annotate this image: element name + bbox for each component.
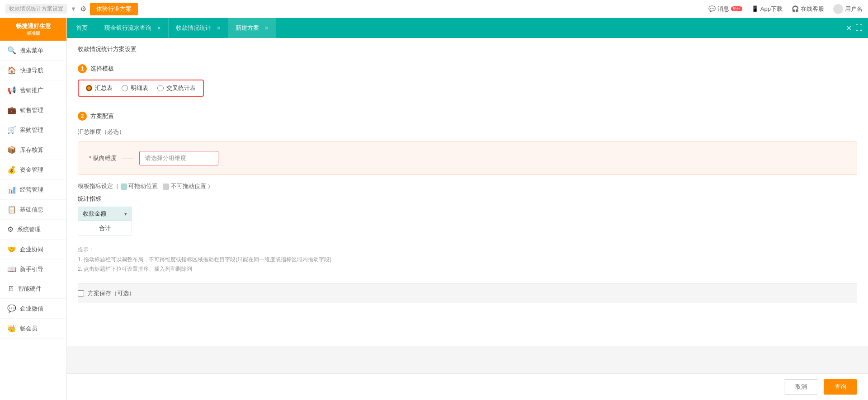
service-label: 在线客服: [801, 5, 824, 13]
message-badge: 99+: [731, 6, 742, 11]
sidebar-item-marketing[interactable]: 📢 营销推广: [0, 80, 66, 100]
tab-cashflow-label: 现金银行流水查询: [104, 24, 151, 32]
tab-newplan[interactable]: 新建方案 ✕: [228, 18, 276, 38]
app-edition: 标准版: [16, 30, 51, 37]
tab-close-icon[interactable]: ✕: [846, 24, 852, 33]
user-item[interactable]: 用户名: [833, 4, 863, 14]
inventory-icon: 📦: [7, 146, 16, 154]
dimension-title: 汇总维度（必选）: [78, 128, 857, 136]
tab-receipts-label: 收款情况统计: [176, 24, 211, 32]
sidebar-item-collab[interactable]: 🤝 企业协同: [0, 240, 66, 259]
sidebar-item-purchase[interactable]: 🛒 采购管理: [0, 120, 66, 140]
guide-icon: 📖: [7, 265, 16, 273]
gear-icon[interactable]: ⚙: [80, 5, 86, 13]
metrics-setting-label: 模板指标设定（ 可拖动位置 不可拖动位置 ）: [78, 182, 213, 190]
sidebar-item-finance[interactable]: 💰 资金管理: [0, 160, 66, 180]
config-section: 汇总维度（必选） * 纵向维度 —— 请选择分组维度: [78, 128, 857, 274]
sidebar-label-collab: 企业协同: [20, 245, 43, 254]
breadcrumb: 收款情况统计方案设置: [5, 4, 67, 14]
sidebar-item-hardware[interactable]: 🖥 智能硬件: [0, 279, 66, 299]
home-icon: 🏠: [7, 66, 16, 75]
dropdown-icon[interactable]: ▼: [71, 5, 76, 12]
top-header-left: 收款情况统计方案设置 ▼ ⚙ 体验行业方案: [5, 3, 138, 15]
radio-cross[interactable]: 交叉统计表: [157, 84, 196, 92]
tips-section: 提示： 1. 拖动标题栏可以调整布局，不可跨维度或指标区域拖动栏目字段(只能在同…: [78, 245, 857, 274]
query-button[interactable]: 查询: [824, 379, 857, 395]
content-area: 首页 现金银行流水查询 ✕ 收款情况统计 ✕ 新建方案 ✕ ✕ ⛶: [67, 18, 868, 400]
dimension-select[interactable]: 请选择分组维度: [139, 151, 218, 165]
metrics-area: 统计指标 收款金额 ▾ 合计: [78, 195, 857, 236]
radio-cross-label: 交叉统计表: [166, 84, 196, 92]
save-section: 方案保存（可选）: [78, 283, 857, 303]
tab-newplan-label: 新建方案: [236, 24, 259, 32]
tab-home[interactable]: 首页: [67, 18, 97, 38]
metrics-header: 模板指标设定（ 可拖动位置 不可拖动位置 ）: [78, 182, 857, 190]
user-avatar: [833, 4, 843, 14]
cancel-button[interactable]: 取消: [784, 379, 818, 395]
step1-number: 1: [78, 64, 87, 73]
tips-title: 提示：: [78, 246, 94, 253]
radio-detail[interactable]: 明细表: [122, 84, 148, 92]
sidebar-item-system[interactable]: ⚙ 系统管理: [0, 220, 66, 240]
main-layout: 畅捷通好生意 标准版 🔍 搜索菜单 🏠 快捷导航 📢 营销推广 💼 销售管理 🛒…: [0, 18, 868, 400]
save-label: 方案保存（可选）: [88, 289, 135, 297]
step2-section: 2 方案配置 汇总维度（必选） * 纵向维度 ——: [78, 112, 857, 274]
dimension-arrow: ——: [122, 155, 134, 162]
message-icon: 💬: [708, 5, 716, 12]
sidebar-label-marketing: 营销推广: [20, 86, 43, 94]
sidebar-label-operations: 经营管理: [20, 186, 43, 194]
tab-newplan-close[interactable]: ✕: [264, 25, 269, 31]
sidebar-item-base[interactable]: 📋 基础信息: [0, 200, 66, 220]
page-inner: 收款情况统计方案设置 1 选择模板 汇总表 明细表: [67, 38, 868, 346]
sidebar-label-wechat: 企业微信: [20, 305, 43, 313]
sidebar-label-sales: 销售管理: [20, 106, 43, 114]
step1-section: 1 选择模板 汇总表 明细表: [78, 64, 857, 97]
chevron-down-icon[interactable]: ▾: [124, 211, 127, 217]
radio-summary-label: 汇总表: [95, 84, 113, 92]
step2-number: 2: [78, 112, 87, 121]
footer-actions: 取消 查询: [67, 373, 868, 400]
tab-cashflow-close[interactable]: ✕: [157, 25, 161, 31]
save-checkbox[interactable]: [78, 290, 84, 296]
marketing-icon: 📢: [7, 86, 16, 94]
tab-cashflow[interactable]: 现金银行流水查询 ✕: [97, 18, 169, 38]
tab-receipts[interactable]: 收款情况统计 ✕: [169, 18, 228, 38]
stats-label: 统计指标: [78, 195, 857, 203]
radio-summary[interactable]: 汇总表: [86, 84, 113, 92]
metrics-col-header[interactable]: 收款金额 ▾: [78, 207, 132, 221]
radio-detail-label: 明细表: [131, 84, 148, 92]
service-item[interactable]: 🎧 在线客服: [792, 5, 824, 13]
top-header: 收款情况统计方案设置 ▼ ⚙ 体验行业方案 💬 消息 99+ 📱 App下载 🎧…: [0, 0, 868, 18]
header-right: 💬 消息 99+ 📱 App下载 🎧 在线客服 用户名: [708, 4, 863, 14]
search-icon: 🔍: [7, 46, 16, 55]
tip1: 1. 拖动标题栏可以调整布局，不可跨维度或指标区域拖动栏目字段(只能在同一维度或…: [78, 255, 857, 265]
sidebar-item-wechat[interactable]: 💬 企业微信: [0, 299, 66, 319]
fixed-label: 不可拖动位置: [171, 183, 206, 189]
tab-receipts-close[interactable]: ✕: [217, 25, 221, 31]
metrics-section: 模板指标设定（ 可拖动位置 不可拖动位置 ） 统: [78, 182, 857, 236]
fixed-legend-dot: [163, 184, 169, 190]
sidebar-item-member[interactable]: 👑 畅会员: [0, 319, 66, 339]
sidebar-item-quicknav[interactable]: 🏠 快捷导航: [0, 61, 66, 80]
dimension-area: * 纵向维度 —— 请选择分组维度: [78, 141, 857, 175]
radio-cross-input[interactable]: [157, 85, 164, 91]
industry-button[interactable]: 体验行业方案: [90, 3, 138, 15]
app-name: 畅捷通好生意: [16, 22, 51, 30]
metrics-col-label: 收款金额: [83, 210, 106, 218]
tab-maximize-icon[interactable]: ⛶: [855, 24, 863, 32]
message-label: 消息: [717, 5, 729, 13]
sidebar-item-guide[interactable]: 📖 新手引导: [0, 259, 66, 279]
message-item[interactable]: 💬 消息 99+: [708, 5, 742, 13]
sidebar-label-hardware: 智能硬件: [18, 285, 42, 293]
radio-summary-input[interactable]: [86, 85, 92, 91]
download-item[interactable]: 📱 App下载: [751, 5, 783, 13]
sidebar-item-search[interactable]: 🔍 搜索菜单: [0, 41, 66, 61]
base-icon: 📋: [7, 205, 16, 214]
sidebar-item-operations[interactable]: 📊 经营管理: [0, 180, 66, 200]
tab-bar: 首页 现金银行流水查询 ✕ 收款情况统计 ✕ 新建方案 ✕ ✕ ⛶: [67, 18, 868, 38]
sidebar-item-inventory[interactable]: 📦 库存核算: [0, 140, 66, 160]
sidebar-item-sales[interactable]: 💼 销售管理: [0, 100, 66, 120]
radio-detail-input[interactable]: [122, 85, 128, 91]
collab-icon: 🤝: [7, 245, 16, 254]
sidebar-label-guide: 新手引导: [20, 265, 43, 273]
